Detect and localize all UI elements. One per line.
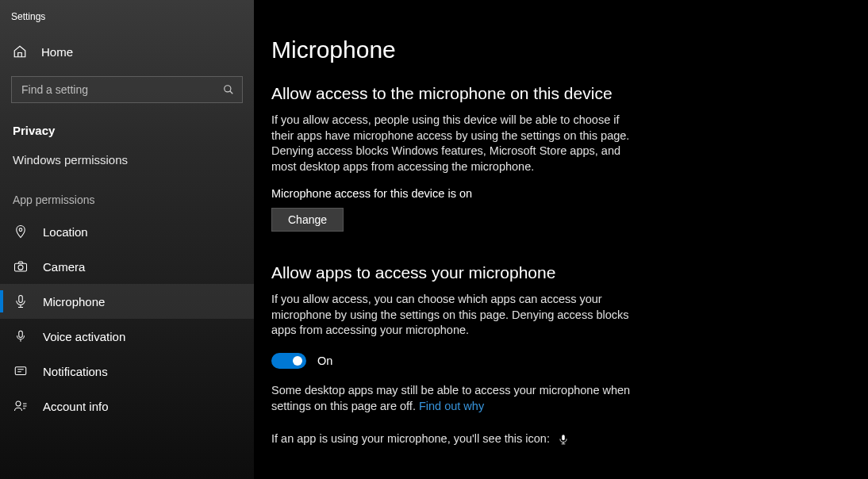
- svg-point-8: [16, 401, 21, 406]
- section-privacy: Privacy: [0, 117, 254, 144]
- change-button[interactable]: Change: [271, 208, 344, 232]
- toggle-row: On: [271, 353, 868, 369]
- section-body: If you allow access, you can choose whic…: [271, 292, 644, 339]
- camera-icon: [13, 259, 29, 274]
- home-label: Home: [41, 45, 73, 59]
- search-input[interactable]: [11, 76, 243, 103]
- svg-rect-6: [19, 331, 23, 337]
- section-body: If you allow access, people using this d…: [271, 113, 644, 174]
- sidebar-item-camera[interactable]: Camera: [0, 249, 254, 284]
- microphone-indicator-icon: [558, 433, 569, 446]
- svg-rect-7: [15, 367, 26, 375]
- sidebar-item-account-info[interactable]: Account info: [0, 389, 254, 423]
- sidebar-item-microphone[interactable]: Microphone: [0, 284, 254, 319]
- sidebar-item-label: Notifications: [43, 365, 108, 378]
- sidebar: Settings Home Privacy Windows permission…: [0, 0, 254, 479]
- sidebar-item-notifications[interactable]: Notifications: [0, 354, 254, 389]
- sidebar-item-location[interactable]: Location: [0, 214, 254, 249]
- group-app-permissions: App permissions: [0, 179, 254, 214]
- desktop-apps-note: Some desktop apps may still be able to a…: [271, 383, 644, 414]
- microphone-icon: [13, 293, 29, 309]
- notifications-icon: [13, 363, 29, 379]
- toggle-label: On: [317, 354, 332, 367]
- section-heading-device-access: Allow access to the microphone on this d…: [271, 84, 868, 103]
- voice-icon: [13, 328, 29, 344]
- find-out-why-link[interactable]: Find out why: [419, 400, 484, 412]
- svg-point-2: [19, 228, 22, 232]
- app-access-toggle[interactable]: [271, 353, 306, 369]
- indicator-text: If an app is using your microphone, you'…: [271, 432, 550, 445]
- svg-rect-5: [19, 296, 23, 303]
- sidebar-item-home[interactable]: Home: [0, 36, 254, 67]
- svg-rect-9: [562, 435, 565, 440]
- indicator-line: If an app is using your microphone, you'…: [271, 431, 644, 447]
- sidebar-item-label: Location: [43, 225, 88, 239]
- location-icon: [13, 224, 29, 240]
- home-icon: [13, 44, 27, 59]
- page-title: Microphone: [271, 36, 868, 63]
- search-wrap: [11, 76, 243, 103]
- section-heading-app-access: Allow apps to access your microphone: [271, 263, 868, 282]
- main-content: Microphone Allow access to the microphon…: [254, 0, 868, 479]
- sidebar-item-label: Account info: [43, 400, 109, 413]
- toggle-knob: [293, 356, 302, 366]
- sidebar-item-voice-activation[interactable]: Voice activation: [0, 319, 254, 354]
- account-icon: [13, 398, 29, 414]
- window-title: Settings: [0, 8, 254, 36]
- svg-point-4: [18, 265, 23, 270]
- sidebar-item-label: Microphone: [43, 295, 105, 308]
- sidebar-item-label: Camera: [43, 260, 85, 274]
- sidebar-item-label: Voice activation: [43, 330, 125, 343]
- mic-access-status: Microphone access for this device is on: [271, 187, 868, 200]
- sidebar-item-windows-permissions[interactable]: Windows permissions: [0, 144, 254, 179]
